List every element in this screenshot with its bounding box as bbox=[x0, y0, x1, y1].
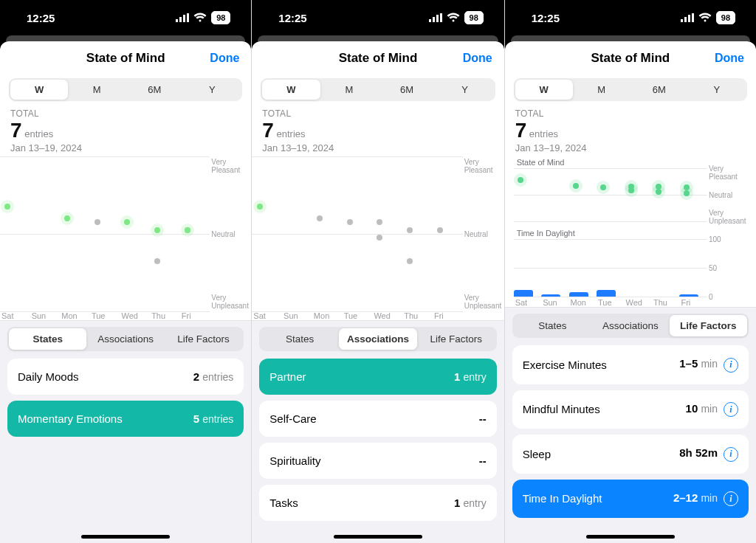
done-button[interactable]: Done bbox=[463, 52, 492, 65]
status-time: 12:25 bbox=[532, 12, 560, 24]
phone-screen-3: 12:25 98 State of Mind Done W M 6M Y TOT… bbox=[505, 0, 756, 543]
home-indicator[interactable] bbox=[81, 535, 170, 539]
list-row[interactable]: Tasks1 entry bbox=[259, 485, 496, 521]
info-icon[interactable]: i bbox=[724, 402, 738, 417]
home-indicator[interactable] bbox=[586, 535, 675, 539]
mood-chart[interactable]: Very Pleasant Neutral Very Unpleasant bbox=[0, 156, 251, 311]
data-point[interactable] bbox=[347, 219, 353, 225]
list-row[interactable]: Exercise Minutes1–5 mini bbox=[512, 345, 749, 384]
y-label-mid: Neutral bbox=[464, 230, 504, 238]
nav-header: State of Mind Done bbox=[0, 41, 251, 75]
y-label-top: Very Pleasant bbox=[211, 158, 251, 174]
range-tab-m[interactable]: M bbox=[320, 80, 378, 100]
range-tab-6m[interactable]: 6M bbox=[126, 80, 183, 100]
range-tab-6m[interactable]: 6M bbox=[630, 80, 688, 100]
subtab-states[interactable]: States bbox=[514, 315, 591, 336]
data-point[interactable] bbox=[185, 227, 190, 233]
data-point[interactable] bbox=[518, 177, 523, 183]
subtab-control[interactable]: States Associations Life Factors bbox=[7, 327, 244, 351]
info-icon[interactable]: i bbox=[724, 447, 738, 462]
range-tab-y[interactable]: Y bbox=[183, 80, 241, 100]
svg-rect-7 bbox=[440, 13, 442, 22]
range-tab-y[interactable]: Y bbox=[436, 80, 493, 100]
subtab-control[interactable]: States Associations Life Factors bbox=[259, 327, 496, 351]
data-point[interactable] bbox=[684, 190, 690, 196]
home-indicator[interactable] bbox=[334, 535, 422, 539]
data-point[interactable] bbox=[94, 219, 100, 225]
subtab-life-factors[interactable]: Life Factors bbox=[670, 315, 747, 336]
mood-chart-small[interactable]: Very Pleasant Neutral Very Unpleasant bbox=[514, 168, 749, 221]
range-segmented-control[interactable]: W M 6M Y bbox=[261, 78, 495, 101]
svg-rect-11 bbox=[692, 13, 694, 22]
row-value: 1 entry bbox=[454, 497, 487, 509]
data-point[interactable] bbox=[377, 219, 382, 225]
subtab-associations[interactable]: Associations bbox=[339, 328, 417, 350]
mood-chart[interactable]: Very Pleasant Neutral Very Unpleasant bbox=[252, 156, 504, 311]
range-tab-w[interactable]: W bbox=[10, 80, 68, 100]
info-icon[interactable]: i bbox=[724, 358, 738, 373]
svg-rect-8 bbox=[681, 19, 683, 22]
range-tab-m[interactable]: M bbox=[68, 80, 126, 100]
subtab-life-factors[interactable]: Life Factors bbox=[417, 328, 495, 350]
rows-container: Partner1 entrySelf-Care--Spirituality--T… bbox=[259, 359, 496, 521]
done-button[interactable]: Done bbox=[715, 52, 744, 65]
data-point[interactable] bbox=[154, 258, 160, 264]
data-point[interactable] bbox=[407, 258, 413, 264]
bar[interactable] bbox=[569, 292, 588, 297]
subtab-control[interactable]: States Associations Life Factors bbox=[512, 314, 749, 338]
data-point[interactable] bbox=[573, 183, 579, 189]
data-point[interactable] bbox=[64, 215, 70, 221]
range-tab-y[interactable]: Y bbox=[688, 80, 746, 100]
range-tab-6m[interactable]: 6M bbox=[378, 80, 436, 100]
svg-rect-9 bbox=[684, 17, 687, 22]
data-point[interactable] bbox=[437, 227, 443, 233]
nav-header: State of Mind Done bbox=[505, 41, 756, 75]
status-bar: 12:25 98 bbox=[505, 0, 756, 35]
battery-icon: 98 bbox=[716, 11, 735, 24]
data-point[interactable] bbox=[4, 204, 10, 210]
cellular-icon bbox=[681, 12, 694, 24]
subtab-associations[interactable]: Associations bbox=[86, 328, 164, 350]
range-tab-m[interactable]: M bbox=[573, 80, 630, 100]
list-row[interactable]: Partner1 entry bbox=[259, 359, 496, 395]
data-point[interactable] bbox=[257, 204, 263, 210]
svg-rect-10 bbox=[688, 15, 690, 22]
subtab-life-factors[interactable]: Life Factors bbox=[165, 328, 242, 350]
data-point[interactable] bbox=[656, 189, 662, 195]
subtab-states[interactable]: States bbox=[9, 328, 86, 350]
bar[interactable] bbox=[679, 294, 698, 297]
cellular-icon bbox=[429, 12, 442, 24]
sheet: State of Mind Done W M 6M Y TOTAL 7 entr… bbox=[505, 41, 756, 543]
data-point[interactable] bbox=[600, 184, 606, 190]
range-segmented-control[interactable]: W M 6M Y bbox=[9, 78, 242, 101]
list-row[interactable]: Mindful Minutes10 mini bbox=[512, 390, 749, 429]
bar[interactable] bbox=[541, 294, 560, 297]
subtab-states[interactable]: States bbox=[261, 328, 339, 350]
data-point[interactable] bbox=[317, 215, 323, 221]
data-point[interactable] bbox=[124, 219, 130, 225]
wifi-icon bbox=[698, 12, 712, 24]
range-tab-w[interactable]: W bbox=[515, 80, 573, 100]
range-tab-w[interactable]: W bbox=[262, 80, 320, 100]
subtab-associations[interactable]: Associations bbox=[591, 315, 669, 336]
data-point[interactable] bbox=[628, 187, 634, 193]
data-point[interactable] bbox=[407, 227, 413, 233]
list-row[interactable]: Momentary Emotions5 entries bbox=[7, 401, 244, 437]
bar[interactable] bbox=[597, 290, 616, 297]
data-point[interactable] bbox=[154, 227, 160, 233]
data-point[interactable] bbox=[377, 235, 382, 241]
row-value: 5 entries bbox=[193, 412, 234, 425]
list-row[interactable]: Spirituality-- bbox=[259, 443, 496, 479]
sheet: State of Mind Done W M 6M Y TOTAL 7 entr… bbox=[252, 41, 504, 543]
range-segmented-control[interactable]: W M 6M Y bbox=[514, 78, 747, 101]
bar[interactable] bbox=[514, 290, 533, 297]
done-button[interactable]: Done bbox=[210, 52, 239, 65]
daylight-bar-chart[interactable]: 100 50 0 bbox=[514, 239, 749, 297]
row-label: Momentary Emotions bbox=[18, 412, 123, 425]
x-axis-labels: SatSunMonTueWedThuFri bbox=[0, 311, 251, 320]
list-row[interactable]: Sleep8h 52mi bbox=[512, 435, 749, 474]
info-icon[interactable]: i bbox=[724, 491, 738, 506]
list-row[interactable]: Self-Care-- bbox=[259, 401, 496, 437]
list-row[interactable]: Daily Moods2 entries bbox=[7, 359, 244, 395]
list-row[interactable]: Time In Daylight2–12 mini bbox=[512, 480, 749, 519]
